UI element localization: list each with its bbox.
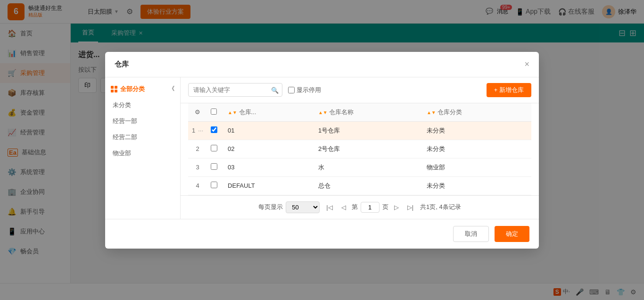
per-page-select[interactable]: 50 10 20 100 xyxy=(286,201,320,213)
new-warehouse-btn[interactable]: + 新增仓库 xyxy=(487,83,531,97)
row-name: 总仓 xyxy=(314,176,423,195)
dialog-header: 仓库 × xyxy=(105,52,539,77)
row-code: 01 xyxy=(224,121,314,140)
row-checkbox-cell xyxy=(207,158,224,176)
table-row[interactable]: 4 DEFAULT 总仓 未分类 xyxy=(188,176,531,195)
row-name: 2号仓库 xyxy=(314,140,423,158)
svg-rect-2 xyxy=(111,90,114,92)
cancel-btn[interactable]: 取消 xyxy=(453,226,489,242)
warehouse-table-wrap: ⚙ ▲▼ 仓库... ▲▼ xyxy=(181,103,539,195)
table-row[interactable]: 2 02 2号仓库 未分类 xyxy=(188,140,531,158)
row-category: 未分类 xyxy=(423,176,531,195)
category-item-2[interactable]: 经营二部 xyxy=(105,129,180,145)
all-category-btn[interactable]: 全部分类 《 xyxy=(105,81,180,97)
row-num: 4 xyxy=(188,176,207,195)
warehouse-table: ⚙ ▲▼ 仓库... ▲▼ xyxy=(188,103,531,195)
th-settings[interactable]: ⚙ xyxy=(188,103,207,122)
page-input[interactable] xyxy=(361,202,380,213)
next-page-btn[interactable]: ▷ xyxy=(391,203,402,212)
category-item-3[interactable]: 物业部 xyxy=(105,145,180,161)
row-checkbox-cell xyxy=(207,140,224,158)
dialog-footer: 取消 确定 xyxy=(105,219,539,249)
row-checkbox[interactable] xyxy=(211,182,217,188)
row-code: DEFAULT xyxy=(224,176,314,195)
dots-btn[interactable]: ··· xyxy=(198,127,203,134)
th-checkbox xyxy=(207,103,224,122)
row-checkbox[interactable] xyxy=(211,163,217,170)
last-page-btn[interactable]: ▷| xyxy=(405,203,416,212)
th-category: ▲▼ 仓库分类 xyxy=(423,103,531,122)
th-code: ▲▼ 仓库... xyxy=(224,103,314,122)
warehouse-dialog: 仓库 × 全部分类 《 未分类 xyxy=(105,52,539,249)
row-category: 物业部 xyxy=(423,158,531,176)
row-category: 未分类 xyxy=(423,121,531,140)
table-row[interactable]: 1··· 01 1号仓库 未分类 xyxy=(188,121,531,140)
search-input-wrap: 🔍 xyxy=(188,83,282,97)
category-item-1[interactable]: 经营一部 xyxy=(105,113,180,129)
row-checkbox-cell xyxy=(207,121,224,140)
modal-overlay: 仓库 × 全部分类 《 未分类 xyxy=(0,0,644,300)
row-num: 2 xyxy=(188,140,207,158)
search-input[interactable] xyxy=(188,83,282,97)
total-label: 共1页, 4条记录 xyxy=(420,203,461,211)
all-category-label: 全部分类 xyxy=(120,85,145,93)
row-name: 水 xyxy=(314,158,423,176)
row-checkbox-cell xyxy=(207,176,224,195)
confirm-btn[interactable]: 确定 xyxy=(495,226,529,242)
per-page-label: 每页显示 xyxy=(258,203,283,211)
th-name: ▲▼ 仓库名称 xyxy=(314,103,423,122)
page-size-wrap: 每页显示 50 10 20 100 xyxy=(258,201,320,213)
show-disabled-label: 显示停用 xyxy=(297,86,321,94)
select-all-checkbox[interactable] xyxy=(211,108,217,115)
page-nav: |◁ ◁ 第 页 ▷ ▷| xyxy=(323,202,416,213)
first-page-btn[interactable]: |◁ xyxy=(323,203,335,212)
grid-icon xyxy=(111,86,117,92)
row-num: 1··· xyxy=(188,121,207,140)
sort-icon-name: ▲▼ xyxy=(318,110,328,115)
search-icon: 🔍 xyxy=(271,86,279,93)
svg-rect-1 xyxy=(115,86,117,89)
sort-icon: ▲▼ xyxy=(228,110,237,115)
search-bar: 🔍 显示停用 + 新增仓库 xyxy=(181,77,539,103)
row-category: 未分类 xyxy=(423,140,531,158)
prev-page-btn[interactable]: ◁ xyxy=(339,203,349,212)
sort-icon-cat: ▲▼ xyxy=(427,110,436,115)
pagination: 每页显示 50 10 20 100 |◁ ◁ 第 页 xyxy=(181,195,539,219)
warehouse-content-panel: 🔍 显示停用 + 新增仓库 ⚙ xyxy=(181,77,539,219)
row-name: 1号仓库 xyxy=(314,121,423,140)
svg-rect-0 xyxy=(111,86,114,89)
table-header-row: ⚙ ▲▼ 仓库... ▲▼ xyxy=(188,103,531,122)
row-num: 3 xyxy=(188,158,207,176)
warehouse-tbody: 1··· 01 1号仓库 未分类 2 02 2号仓库 未分类 3 03 水 物业… xyxy=(188,121,531,195)
collapse-icon[interactable]: 《 xyxy=(169,85,174,93)
page-label: 第 xyxy=(352,203,358,211)
dialog-body: 全部分类 《 未分类 经营一部 经营二部 物业部 xyxy=(105,77,539,219)
table-row[interactable]: 3 03 水 物业部 xyxy=(188,158,531,176)
category-item-0[interactable]: 未分类 xyxy=(105,97,180,113)
show-disabled-toggle[interactable]: 显示停用 xyxy=(288,86,321,94)
svg-rect-3 xyxy=(115,90,117,92)
row-code: 02 xyxy=(224,140,314,158)
row-code: 03 xyxy=(224,158,314,176)
dialog-close-btn[interactable]: × xyxy=(524,59,529,69)
dialog-title: 仓库 xyxy=(115,60,129,69)
row-checkbox[interactable] xyxy=(211,126,217,133)
category-panel: 全部分类 《 未分类 经营一部 经营二部 物业部 xyxy=(105,77,181,219)
page-unit: 页 xyxy=(382,203,388,211)
row-checkbox[interactable] xyxy=(211,145,217,151)
show-disabled-checkbox[interactable] xyxy=(288,87,295,93)
settings-icon: ⚙ xyxy=(195,108,200,116)
